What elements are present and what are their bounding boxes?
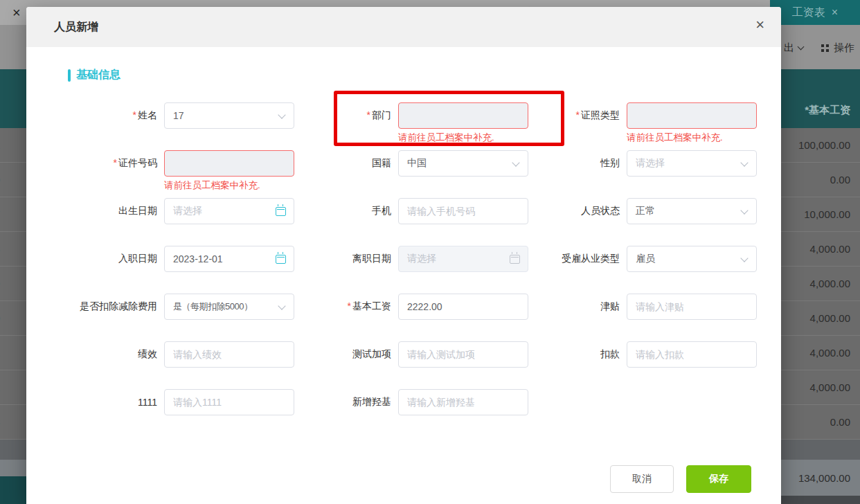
performance-label: 绩效 [26, 348, 164, 361]
id-number-label: *证件号码 [26, 157, 164, 170]
nationality-label: 国籍 [294, 157, 398, 170]
close-icon[interactable]: × [12, 0, 21, 25]
license-type-error: 请前往员工档案中补充. [627, 132, 723, 144]
deduct-expense-label: 是否扣除减除费用 [26, 300, 164, 313]
department-label: *部门 [294, 109, 398, 122]
total-amount: 134,000.00 [798, 472, 850, 484]
amount-cell: 4,000.00 [810, 347, 850, 359]
chevron-down-icon [740, 254, 748, 262]
test-addition-input[interactable] [398, 341, 528, 368]
leave-date-label: 离职日期 [294, 253, 398, 265]
section-title: 基础信息 [76, 68, 120, 82]
column-header-basic-salary: *基本工资 [805, 104, 850, 117]
save-button[interactable]: 保存 [686, 465, 751, 493]
mobile-input[interactable] [398, 198, 528, 224]
new-item-input[interactable] [398, 389, 528, 415]
cancel-button[interactable]: 取消 [610, 465, 674, 493]
license-type-label: *证照类型 [528, 109, 627, 122]
section-basic-info: 基础信息 [68, 68, 120, 82]
amount-cell: 4,000.00 [810, 243, 850, 255]
field-1111-label: 1111 [26, 397, 164, 408]
amount-cell: 100,000.00 [798, 139, 850, 151]
amount-cell: 4,000.00 [810, 278, 850, 289]
operation-button[interactable]: 操作 [821, 42, 854, 55]
amount-cell: 0.00 [830, 174, 850, 186]
chevron-down-icon [278, 111, 285, 118]
gender-select[interactable]: 请选择 [627, 150, 757, 177]
staff-status-select[interactable]: 正常 [627, 198, 757, 224]
employment-type-label: 受雇从业类型 [528, 253, 627, 265]
modal-header: 人员新增 × [26, 7, 781, 47]
department-input[interactable] [398, 102, 528, 129]
grid-icon [821, 44, 830, 53]
calendar-icon [276, 255, 286, 264]
basic-salary-input[interactable] [398, 294, 528, 320]
deduct-expense-select[interactable]: 是（每期扣除5000） [164, 294, 294, 320]
new-item-label: 新增羟基 [294, 396, 398, 408]
id-number-error: 请前往员工档案中补充. [164, 179, 260, 192]
deduction-label: 扣款 [528, 348, 627, 361]
gender-label: 性别 [528, 157, 627, 170]
calendar-icon [276, 207, 286, 216]
add-personnel-modal: 人员新增 × 基础信息 *姓名 17 *部门 请前往员工档案中补充. *证照 [26, 7, 781, 504]
modal-close-icon[interactable]: × [755, 17, 764, 33]
chevron-down-icon [278, 302, 285, 309]
name-label: *姓名 [26, 109, 164, 122]
amount-cell: 4,000.00 [810, 381, 850, 393]
hire-date-picker[interactable]: 2023-12-01 [164, 246, 294, 272]
employment-type-select[interactable]: 雇员 [627, 246, 757, 272]
mobile-label: 手机 [294, 205, 398, 217]
id-number-input[interactable] [164, 150, 294, 177]
deduction-input[interactable] [627, 341, 757, 368]
amount-cell: 4,000.00 [810, 312, 850, 324]
export-button[interactable]: 出 [784, 42, 803, 55]
modal-title: 人员新增 [54, 20, 98, 35]
leave-date-picker[interactable]: 请选择 [398, 246, 528, 272]
hire-date-label: 入职日期 [26, 253, 164, 265]
field-1111-input[interactable] [164, 389, 294, 415]
birth-date-label: 出生日期 [26, 205, 164, 217]
calendar-icon [510, 255, 520, 264]
allowance-label: 津贴 [528, 300, 627, 313]
performance-input[interactable] [164, 341, 294, 368]
department-error: 请前往员工档案中补充. [398, 132, 494, 144]
chevron-down-icon [740, 206, 748, 214]
bottom-left-block [0, 476, 26, 504]
modal-footer: 取消 保存 [26, 465, 751, 493]
test-addition-label: 测试加项 [294, 348, 398, 361]
license-type-input[interactable] [627, 102, 757, 129]
chevron-down-icon [512, 159, 519, 166]
birth-date-picker[interactable]: 请选择 [164, 198, 294, 224]
chevron-down-icon [798, 44, 805, 51]
allowance-input[interactable] [627, 294, 757, 320]
amount-cell: 10,000.00 [804, 208, 850, 220]
app-stage: × 权限管理 查看凭证 税表清册 增值税 辅助核算 现金流量表 新增凭证 账套管… [0, 0, 860, 504]
nationality-select[interactable]: 中国 [398, 150, 528, 177]
personnel-form: *姓名 17 *部门 请前往员工档案中补充. *证照类型 请前往员工档案中补充. [26, 102, 750, 437]
chevron-down-icon [740, 159, 748, 166]
staff-status-label: 人员状态 [528, 205, 627, 217]
name-select[interactable]: 17 [164, 102, 294, 129]
basic-salary-label: *基本工资 [294, 300, 398, 313]
tab-close-icon[interactable]: × [832, 6, 838, 19]
section-marker [68, 69, 71, 82]
tab-salary-sheet[interactable]: 工资表 × [770, 0, 860, 25]
amount-cell: 0.00 [830, 416, 850, 428]
